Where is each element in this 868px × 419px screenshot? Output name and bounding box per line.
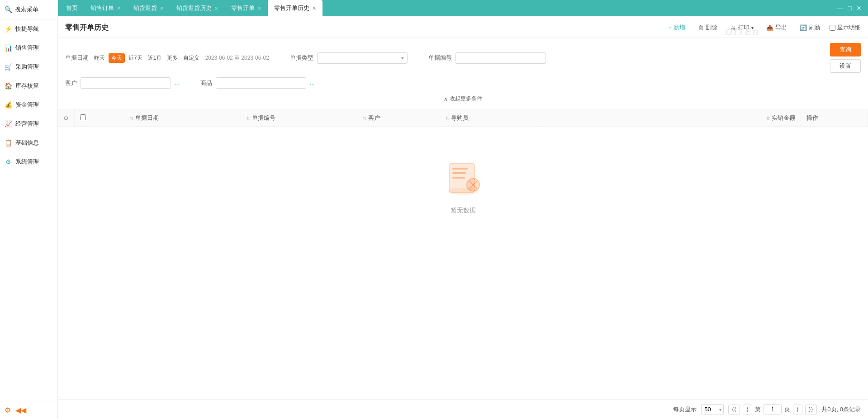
search-icon: 🔍 [5, 6, 12, 13]
basic-info-icon: 📋 [5, 139, 12, 146]
tab-sales-return-history-label: 销货退货历史 [176, 4, 212, 12]
page-size-wrap: 50 100 200 [701, 404, 724, 414]
filter-goods-input[interactable] [216, 77, 306, 89]
sidebar-item-operations[interactable]: 📈 经营管理 [0, 114, 57, 133]
pagination-area: 每页显示 50 100 200 ⟨⟨ ⟨ 第 页 ⟩ ⟩⟩ 共0页, 0条记录 [58, 399, 868, 419]
sort-no-icon[interactable]: ⇅ [247, 116, 250, 121]
sidebar-nav: ⚡ 快捷导航 📊 销售管理 🛒 采购管理 🏠 库存核算 💰 资金管理 📈 经营管… [0, 19, 57, 401]
select-all-checkbox[interactable] [80, 114, 86, 120]
refresh-button[interactable]: 🔄 刷新 [796, 22, 824, 33]
inventory-icon: 🏠 [5, 82, 12, 89]
shortcut-last7days[interactable]: 近7天 [127, 53, 144, 63]
collapse-more-btn[interactable]: ∧ 收起更多条件 [65, 93, 861, 104]
window-minimize-icon[interactable]: — [837, 5, 844, 12]
settings-gear-icon[interactable]: ⚙ [5, 406, 11, 414]
export-icon: 📤 [766, 24, 773, 31]
purchase-mgmt-icon: 🛒 [5, 63, 12, 71]
tab-bar: 首页 销售订单 ✕ 销货退货 ✕ 销货退货历史 ✕ 零售开单 ✕ 零售开单历史 … [58, 0, 868, 16]
page-size-select[interactable]: 50 100 200 [701, 404, 724, 414]
page-suffix: 页 [784, 405, 790, 414]
svg-rect-3 [452, 172, 466, 174]
filter-doc-no-label: 单据编号 [428, 54, 452, 62]
filter-doc-no-input[interactable] [455, 52, 546, 64]
sidebar-item-quick-nav[interactable]: ⚡ 快捷导航 [0, 19, 57, 38]
sidebar-item-finance[interactable]: 💰 资金管理 [0, 95, 57, 114]
sidebar-label-purchase-mgmt: 采购管理 [15, 63, 39, 71]
filter-doc-type-select[interactable] [317, 52, 408, 64]
table-settings-icon[interactable]: ⚙ [63, 115, 69, 122]
show-detail-checkbox[interactable] [830, 25, 835, 31]
sidebar-item-purchase-mgmt[interactable]: 🛒 采购管理 [0, 57, 57, 76]
empty-state: 暂无数据 [58, 127, 868, 242]
shortcut-today[interactable]: 今天 [109, 53, 125, 63]
sort-customer-icon[interactable]: ⇅ [363, 116, 366, 121]
tab-sales-return[interactable]: 销货退货 ✕ [127, 0, 170, 16]
page-next-btn[interactable]: ⟩ [793, 405, 802, 414]
filter-doc-no-item: 单据编号 [428, 52, 546, 64]
filter-customer-picker[interactable]: ... [175, 80, 180, 86]
delete-button[interactable]: 🗑 删除 [694, 22, 721, 33]
query-button[interactable]: 查询 [830, 43, 861, 56]
tab-sales-return-history-close[interactable]: ✕ [214, 5, 218, 11]
sidebar-item-basic-info[interactable]: 📋 基础信息 [0, 133, 57, 152]
per-page-label: 每页显示 [673, 405, 697, 414]
tab-retail-open-history-close[interactable]: ✕ [312, 5, 316, 11]
page-first-btn[interactable]: ⟨⟨ [728, 405, 740, 414]
refresh-icon: 🔄 [800, 24, 807, 31]
tab-sales-order-label: 销售订单 [90, 4, 114, 12]
add-button[interactable]: + 新增 [664, 22, 689, 33]
export-button[interactable]: 📤 导出 [763, 22, 791, 33]
shortcut-yesterday[interactable]: 昨天 [92, 53, 107, 63]
filter-goods-picker[interactable]: ... [310, 80, 315, 86]
empty-text: 暂无数据 [451, 207, 476, 215]
page-label: 第 [755, 405, 761, 414]
sort-amount-icon[interactable]: ⇅ [766, 116, 770, 121]
tab-sales-order[interactable]: 销售订单 ✕ [84, 0, 127, 16]
sidebar-label-inventory: 库存核算 [15, 82, 39, 90]
tab-retail-open-history[interactable]: 零售开单历史 ✕ [268, 0, 323, 16]
shortcut-custom[interactable]: 自定义 [181, 53, 201, 63]
print-arrow-icon: ▾ [751, 25, 754, 30]
sidebar-label-sales-mgmt: 销售管理 [15, 44, 39, 52]
operations-icon: 📈 [5, 120, 12, 127]
sort-salesperson-icon[interactable]: ⇅ [446, 116, 449, 121]
filter-area: 单据日期 昨天 今天 近7天 近1月 更多 自定义 2023-06-02 至 2… [58, 38, 868, 109]
sidebar-item-inventory[interactable]: 🏠 库存核算 [0, 76, 57, 95]
tab-home[interactable]: 首页 [60, 0, 84, 16]
tab-sales-return-history[interactable]: 销货退货历史 ✕ [170, 0, 225, 16]
add-label: 新增 [674, 24, 685, 32]
filter-date-shortcuts: 昨天 今天 近7天 近1月 更多 自定义 [92, 53, 201, 63]
sidebar-collapse-icon[interactable]: ◀◀ [15, 406, 26, 414]
tab-retail-open-close[interactable]: ✕ [257, 5, 261, 11]
window-close-icon[interactable]: ✕ [856, 5, 862, 12]
filter-date-range: 2023-06-02 至 2023-06-02 [205, 54, 269, 62]
tab-sales-return-label: 销货退货 [133, 4, 157, 12]
sidebar-search[interactable]: 🔍 搜索采单 [0, 0, 57, 19]
filter-doc-type-label: 单据类型 [290, 54, 313, 62]
filter-customer-input[interactable] [81, 77, 171, 89]
tab-sales-return-close[interactable]: ✕ [160, 5, 164, 11]
th-date-label: 单据日期 [135, 114, 159, 122]
quick-nav-icon: ⚡ [5, 25, 12, 33]
content-area: 零售开单历史 + 新增 🗑 删除 🖨 打印 ▾ 📤 导出 [58, 16, 868, 419]
print-button[interactable]: 🖨 打印 ▾ [726, 22, 757, 33]
tab-bar-right: — □ ✕ [837, 5, 866, 12]
page-prev-btn[interactable]: ⟨ [743, 405, 752, 414]
page-last-btn[interactable]: ⟩⟩ [805, 405, 817, 414]
tab-retail-open[interactable]: 零售开单 ✕ [225, 0, 268, 16]
filter-date-item: 单据日期 昨天 今天 近7天 近1月 更多 自定义 2023-06-02 至 2… [65, 53, 269, 63]
shortcut-more[interactable]: 更多 [165, 53, 180, 63]
window-maximize-icon[interactable]: □ [848, 5, 852, 12]
tab-retail-open-history-label: 零售开单历史 [274, 4, 309, 12]
sort-date-icon[interactable]: ⇅ [130, 116, 133, 121]
sidebar-item-sales-mgmt[interactable]: 📊 销售管理 [0, 38, 57, 57]
sidebar-item-sys-mgmt[interactable]: ⚙ 系统管理 [0, 152, 57, 171]
shortcut-last1month[interactable]: 近1月 [146, 53, 164, 63]
page-number-input[interactable] [764, 404, 782, 414]
setting-button[interactable]: 设置 [830, 59, 861, 73]
th-action-label: 操作 [806, 114, 818, 121]
tab-sales-order-close[interactable]: ✕ [117, 5, 121, 11]
show-detail-checkbox-area[interactable]: 显示明细 [830, 24, 861, 32]
finance-icon: 💰 [5, 101, 12, 108]
sys-mgmt-icon: ⚙ [5, 158, 12, 165]
